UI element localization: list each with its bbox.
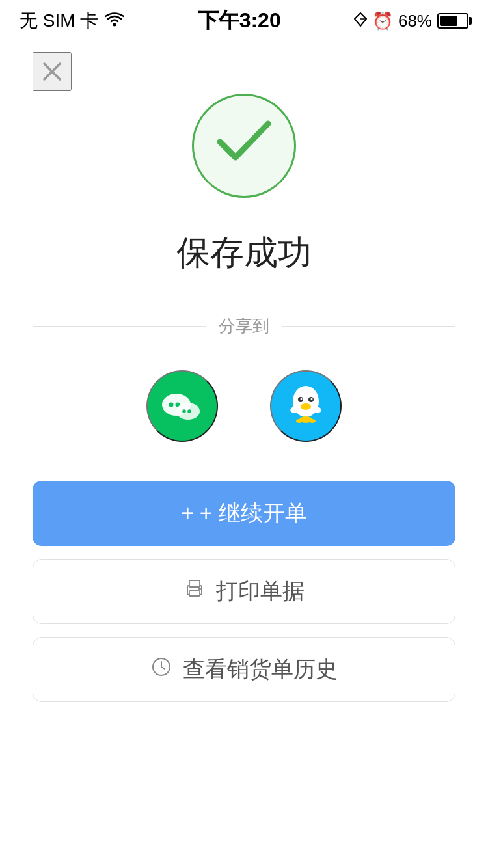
svg-point-7 bbox=[182, 409, 186, 413]
location-icon bbox=[354, 11, 367, 31]
wechat-share-button[interactable] bbox=[146, 370, 218, 442]
svg-point-23 bbox=[198, 588, 201, 590]
print-button[interactable]: 打印单据 bbox=[33, 559, 455, 624]
svg-point-4 bbox=[169, 403, 174, 407]
share-divider-row: 分享到 bbox=[33, 315, 455, 338]
success-title: 保存成功 bbox=[176, 230, 312, 276]
success-section: 保存成功 bbox=[0, 42, 488, 315]
divider-left bbox=[33, 326, 206, 327]
qq-icon bbox=[285, 382, 327, 431]
share-label: 分享到 bbox=[219, 315, 269, 338]
print-icon bbox=[183, 578, 206, 604]
svg-rect-22 bbox=[189, 580, 200, 587]
continue-button[interactable]: + + 继续开单 bbox=[33, 481, 455, 546]
history-label: 查看销货单历史 bbox=[183, 655, 338, 685]
wechat-icon bbox=[159, 387, 205, 426]
svg-point-14 bbox=[301, 403, 311, 410]
checkmark-icon bbox=[215, 117, 273, 174]
battery-bar bbox=[437, 13, 468, 29]
close-button[interactable] bbox=[33, 52, 72, 91]
divider-right bbox=[282, 326, 455, 327]
battery-percent: 68% bbox=[398, 11, 432, 31]
svg-point-13 bbox=[310, 398, 312, 400]
print-label: 打印单据 bbox=[216, 576, 305, 606]
qq-share-button[interactable] bbox=[270, 370, 342, 442]
svg-point-9 bbox=[293, 386, 319, 417]
alarm-icon: ⏰ bbox=[372, 11, 393, 31]
continue-label: + 继续开单 bbox=[200, 498, 307, 528]
action-buttons: + + 继续开单 打印单据 查看销货单历史 bbox=[0, 481, 488, 702]
svg-point-19 bbox=[309, 419, 316, 423]
success-circle bbox=[192, 94, 296, 198]
status-bar: 无 SIM 卡 下午3:20 ⏰ 68% bbox=[0, 0, 488, 42]
wifi-icon bbox=[105, 10, 124, 31]
svg-point-0 bbox=[113, 23, 116, 27]
history-button[interactable]: 查看销货单历史 bbox=[33, 637, 455, 702]
svg-point-18 bbox=[296, 419, 303, 423]
plus-icon: + bbox=[181, 500, 195, 527]
svg-point-8 bbox=[187, 409, 191, 413]
share-icons-row bbox=[33, 370, 455, 442]
close-icon bbox=[39, 59, 65, 85]
sim-status: 无 SIM 卡 bbox=[20, 8, 98, 33]
share-section: 分享到 bbox=[0, 315, 488, 442]
history-icon bbox=[150, 656, 172, 683]
status-right: ⏰ 68% bbox=[354, 11, 468, 31]
svg-point-12 bbox=[300, 398, 302, 400]
status-time: 下午3:20 bbox=[198, 7, 281, 35]
svg-rect-21 bbox=[189, 591, 200, 596]
status-left: 无 SIM 卡 bbox=[20, 8, 124, 33]
